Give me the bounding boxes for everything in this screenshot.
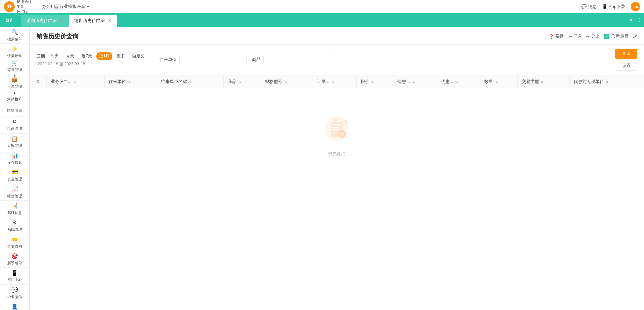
empty-text: 暂无数据 [328,151,345,157]
inventory-icon: 📊 [11,152,18,159]
sidebar-item-inventory[interactable]: 📊 库存核算 [0,150,29,167]
ecommerce-icon: 🖥 [12,119,17,125]
date-btn-today[interactable]: 今天 [63,52,77,60]
col-discount1[interactable]: 优惠... ⇅ [393,75,437,88]
col-transaction-type[interactable]: 交易类型 ⇅ [517,75,569,88]
sidebar-item-basic-info[interactable]: 📝 基础信息 [0,201,29,217]
sidebar-item-wholesale-mgmt[interactable]: 📦 批发管理 ▲ [0,77,29,94]
sort-icon: ⇅ [284,80,287,84]
sidebar-sub-sales-mgmt[interactable]: 销售管理 [0,105,29,117]
tab-bar: 首页 采购历史价跟踪 ✕ 销售历史价跟踪 ✕ ✕ ⛶ [0,13,644,27]
sidebar-item-operations[interactable]: 📈 经营管理 [0,184,29,201]
col-partner-name[interactable]: 往来单位名称 ⇅ [157,75,224,88]
date-btn-more[interactable]: 更多 [114,52,128,60]
sidebar-item-finance[interactable]: 💳 资金管理 [0,167,29,184]
col-business-date[interactable]: 业务发生... ⇅ [46,75,105,88]
app-selector[interactable]: 办公用品行业模拟账套 ▾ [39,2,92,11]
sidebar-item-ecommerce[interactable]: 🖥 电商管理 [0,117,29,134]
tab-bar-actions: ✕ ⛶ [629,18,644,23]
sidebar-item-quick-nav[interactable]: ⚡ 快捷导航 [0,44,29,60]
table-body: 暂无数据 [30,88,644,185]
logo-area: 好 畅捷通好生意 标准版 [4,0,34,14]
sidebar-item-retail-mgmt[interactable]: 🛒 零售管理 ▼ [0,60,29,77]
settings-button[interactable]: 设置 [615,61,637,71]
help-button[interactable]: ❓ 帮助 [549,33,564,39]
col-quantity[interactable]: 数量 ⇅ [480,75,517,88]
sort-icon: ⇅ [455,80,458,84]
partner-input[interactable]: ... [179,55,247,64]
sidebar-sub-marketing[interactable]: 营销推广 [0,94,29,105]
product-search-input[interactable] [266,57,323,62]
sidebar-item-app-center[interactable]: 📱 应用中心 [0,268,29,285]
page-header: 销售历史价查询 ❓ 帮助 ↩ 导入 ↪ 导出 ✓ 只看最后一次 [30,27,644,45]
table-gear-icon[interactable]: ⚙ [36,79,40,84]
operations-icon: 📈 [11,186,18,192]
maximize-icon[interactable]: ⛶ [636,18,640,23]
date-btn-custom[interactable]: 自定义 [129,52,147,60]
col-pre-tax-price[interactable]: 优惠前无税单价 ⇅ [569,75,644,88]
tab-purchase-history-close[interactable]: ✕ [60,18,63,23]
svg-rect-4 [332,129,340,130]
tab-sales-history[interactable]: 销售历史价跟踪 ✕ [69,15,117,27]
col-partner-code[interactable]: 往来单位 ⇅ [105,75,157,88]
tab-purchase-history[interactable]: 采购历史价跟踪 ✕ [21,15,69,27]
chevron-down-icon: ▾ [87,4,89,9]
page-title: 销售历史价查询 [36,32,78,40]
date-btn-yesterday[interactable]: 昨天 [48,52,62,60]
tab-sales-history-close[interactable]: ✕ [108,18,111,23]
only-last-checkbox[interactable]: ✓ 只看最后一次 [604,33,637,39]
checkbox-icon[interactable]: ✓ [604,34,609,39]
close-tab-icon[interactable]: ✕ [629,18,633,23]
import-button[interactable]: ↩ 导入 [568,33,582,39]
sidebar-item-search-menu[interactable]: 🔍 搜索菜单 [0,27,29,44]
partner-filter-group: 往来单位 ... [159,55,247,64]
tab-home[interactable]: 首页 [0,13,19,27]
sort-icon: ⇅ [541,80,543,84]
partner-dots-icon[interactable]: ... [239,57,244,63]
import-icon: ↩ [568,34,572,39]
purchase-icon: 📋 [11,136,18,142]
guide-icon: 🎯 [11,253,18,259]
sort-icon: ⇅ [238,80,241,84]
logo-text: 畅捷通好生意 标准版 [17,0,34,14]
product-input[interactable]: ... [263,55,330,64]
svg-point-8 [333,119,338,122]
sidebar-item-new-guide[interactable]: 🎯 新手引导 [0,251,29,268]
empty-illustration [323,115,350,147]
date-btn-7days[interactable]: 近7天 [78,52,95,60]
export-button[interactable]: ↪ 导出 [586,33,600,39]
export-icon: ↪ [586,34,590,39]
col-quoted-price[interactable]: 报价 ⇅ [356,75,393,88]
search-button[interactable]: 查询 [615,49,637,59]
date-btn-1month[interactable]: 近1月 [96,52,113,60]
sidebar-item-enterprise-wechat[interactable]: 💬 企业微信 [0,285,29,301]
col-product[interactable]: 商品 ⇅ [224,75,261,88]
filter-buttons: 查询 设置 [615,49,637,71]
download-icon: 📱 [602,4,607,9]
product-dots-icon[interactable]: ... [323,57,327,63]
svg-rect-3 [332,127,339,128]
col-unit[interactable]: 计量... ⇅ [313,75,356,88]
avatar: demo2 [631,2,640,11]
sort-icon: ⇅ [495,80,498,84]
enterprise-icon: 🤝 [11,236,18,243]
col-spec[interactable]: 规格型号 ⇅ [261,75,313,88]
sort-icon: ⇅ [371,80,374,84]
logo-icon: 好 [4,1,15,12]
sort-icon: ⇅ [128,80,131,84]
sort-icon: ⇅ [412,80,415,84]
sidebar-item-enterprise[interactable]: 🤝 企业协同 [0,234,29,251]
app-center-icon: 📱 [11,270,18,276]
message-button[interactable]: 💬 消息 [581,4,597,10]
empty-state: 暂无数据 [30,88,644,184]
user-profile[interactable]: demo2 [631,2,640,11]
sidebar-item-system[interactable]: ⚙ 系统管理 [0,217,29,234]
partner-search-input[interactable] [182,57,239,62]
col-discount2[interactable]: 优惠... ⇅ [437,75,480,88]
date-range-display: 2023-02-18 至 2023-03-18 [38,61,147,67]
page-actions: ❓ 帮助 ↩ 导入 ↪ 导出 ✓ 只看最后一次 [549,33,637,39]
content-area: 销售历史价查询 ❓ 帮助 ↩ 导入 ↪ 导出 ✓ 只看最后一次 [30,27,644,310]
sidebar-item-purchase[interactable]: 📋 采购管理 [0,134,29,150]
app-download-button[interactable]: 📱 App下载 [602,4,625,10]
sidebar-item-member[interactable]: 👤 畅会员 [0,301,29,310]
